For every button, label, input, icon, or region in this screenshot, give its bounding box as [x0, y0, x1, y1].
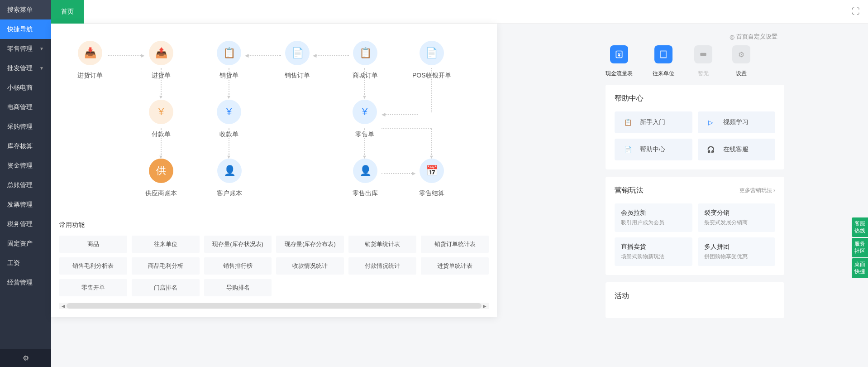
shortcut-settings[interactable]: ⚙ 设置: [732, 45, 750, 77]
help-newbie[interactable]: 📋新手入门: [615, 111, 692, 133]
tab-home[interactable]: 首页: [51, 0, 84, 24]
horizontal-scrollbar[interactable]: ◀ ▶: [59, 303, 489, 309]
sidebar-item-operations[interactable]: 经营管理: [0, 273, 51, 292]
common-functions-title: 常用功能: [59, 221, 489, 229]
doc-icon: 📄: [622, 144, 634, 155]
sidebar-item-wholesale[interactable]: 批发管理 ▼: [0, 58, 51, 78]
node-supplier-ledger[interactable]: 供供应商账本: [145, 159, 177, 198]
shortcut-empty[interactable]: 暂无: [694, 45, 712, 77]
activity-title: 活动: [615, 291, 775, 301]
headset-icon: 🎧: [705, 144, 717, 155]
node-customer-ledger[interactable]: 👤客户账本: [217, 159, 242, 198]
sidebar-item-salary[interactable]: 工资: [0, 253, 51, 273]
common-btn-5[interactable]: 销货订单统计表: [421, 236, 489, 253]
sidebar-item-invoice[interactable]: 发票管理: [0, 195, 51, 214]
placeholder-icon: [694, 45, 712, 63]
marketing-card: 营销玩法 更多营销玩法 › 会员拉新 吸引用户成为会员 裂变分销 裂变式发展分销…: [606, 177, 784, 275]
sidebar-item-retail[interactable]: 零售管理 ▼: [0, 39, 51, 58]
help-card: 帮助中心 📋新手入门 ▷视频学习 📄帮助中心 🎧在线客服: [606, 85, 784, 169]
float-community[interactable]: 服务社区: [852, 238, 868, 257]
play-icon: ▷: [705, 116, 717, 128]
node-purchase-order[interactable]: 📥进货订单: [77, 41, 103, 80]
yen-icon: ¥: [149, 100, 173, 124]
sidebar-item-inventory[interactable]: 库存核算: [0, 136, 51, 156]
doc-icon: 📄: [420, 41, 444, 65]
common-btn-6[interactable]: 销售毛利分析表: [59, 257, 127, 275]
sidebar-item-tax[interactable]: 税务管理: [0, 214, 51, 234]
sidebar-item-xiaochang[interactable]: 小畅电商: [0, 78, 51, 97]
doc-icon: 📄: [285, 41, 310, 65]
doc-in-icon: 📥: [78, 41, 102, 65]
sidebar-item-assets[interactable]: 固定资产: [0, 234, 51, 253]
doc-out-icon: 📤: [149, 41, 173, 65]
help-support[interactable]: 🎧在线客服: [698, 139, 776, 160]
sidebar-search-label: 搜索菜单: [7, 6, 33, 14]
common-btn-7[interactable]: 商品毛利分析: [132, 257, 200, 275]
gear-icon: ⚙: [732, 45, 750, 63]
help-video[interactable]: ▷视频学习: [698, 111, 776, 133]
node-mall-order[interactable]: 📋商城订单: [353, 41, 378, 80]
building-icon: [654, 45, 672, 63]
common-btn-1[interactable]: 往来单位: [132, 236, 200, 253]
common-btn-2[interactable]: 现存量(库存状况表): [204, 236, 272, 253]
chevron-down-icon: ▼: [39, 66, 44, 71]
chevron-down-icon: ▼: [39, 46, 44, 51]
list-icon: 📋: [217, 41, 241, 65]
marketing-fission[interactable]: 裂变分销 裂变式发展分销商: [698, 203, 776, 232]
common-btn-14[interactable]: 导购排名: [204, 279, 272, 296]
help-center[interactable]: 📄帮助中心: [615, 139, 692, 160]
float-desktop[interactable]: 桌面快捷: [852, 258, 868, 278]
list-icon: 📋: [353, 41, 377, 65]
gear-icon: ⚙: [23, 354, 29, 362]
common-btn-0[interactable]: 商品: [59, 236, 127, 253]
calendar-icon: 📅: [420, 159, 444, 183]
common-btn-12[interactable]: 零售开单: [59, 279, 127, 296]
float-hotline[interactable]: 客服热线: [852, 217, 868, 237]
common-btn-8[interactable]: 销售排行榜: [204, 257, 272, 275]
common-btn-9[interactable]: 收款情况统计: [276, 257, 344, 275]
help-title: 帮助中心: [615, 94, 775, 103]
common-btn-3[interactable]: 现存量(库存分布表): [276, 236, 344, 253]
scroll-left-icon[interactable]: ◀: [60, 304, 67, 309]
node-sales-order[interactable]: 📄销售订单: [285, 41, 310, 80]
sidebar-item-ecommerce[interactable]: 电商管理: [0, 97, 51, 117]
person-icon: 👤: [353, 159, 377, 183]
marketing-group[interactable]: 多人拼团 拼团购物享受优惠: [698, 237, 776, 266]
common-btn-11[interactable]: 进货单统计表: [421, 257, 489, 275]
node-retail-settle[interactable]: 📅零售结算: [419, 159, 444, 198]
common-btn-10[interactable]: 付款情况统计: [348, 257, 416, 275]
marketing-live[interactable]: 直播卖货 场景式购物新玩法: [615, 237, 692, 266]
node-retail-out[interactable]: 👤零售出库: [353, 159, 378, 198]
marketing-member[interactable]: 会员拉新 吸引用户成为会员: [615, 203, 692, 232]
doc-yen-icon: [610, 45, 628, 63]
marketing-more-link[interactable]: 更多营销玩法 ›: [739, 187, 775, 194]
shortcut-cashflow[interactable]: 现金流量表: [606, 45, 633, 77]
common-btn-4[interactable]: 销货单统计表: [348, 236, 416, 253]
list-icon: 📋: [622, 116, 634, 128]
common-btn-13[interactable]: 门店排名: [132, 279, 200, 296]
yen-icon: ¥: [217, 100, 241, 124]
marketing-title: 营销玩法: [615, 186, 644, 195]
sidebar-item-purchase[interactable]: 采购管理: [0, 117, 51, 136]
sidebar-settings[interactable]: ⚙: [0, 349, 51, 367]
sidebar-item-quicknav[interactable]: 快捷导航: [0, 19, 51, 39]
supplier-icon: 供: [149, 159, 173, 183]
sidebar-search[interactable]: 搜索菜单: [0, 0, 51, 19]
svg-rect-1: [661, 51, 666, 58]
shortcut-contacts[interactable]: 往来单位: [653, 45, 674, 77]
yen-icon: ¥: [353, 100, 377, 124]
activity-card: 活动: [606, 282, 784, 318]
quicknav-flyout: 📥进货订单 📤进货单 📋销货单 📄销售订单 📋商城订单 📄POS收银开单 ¥付款…: [51, 24, 497, 317]
scroll-right-icon[interactable]: ▶: [482, 304, 488, 309]
fullscreen-icon[interactable]: ⛶: [852, 7, 860, 16]
sidebar-item-ledger[interactable]: 总账管理: [0, 175, 51, 195]
person-icon: 👤: [217, 159, 242, 183]
svg-rect-6: [700, 53, 706, 56]
sidebar-item-funds[interactable]: 资金管理: [0, 156, 51, 175]
